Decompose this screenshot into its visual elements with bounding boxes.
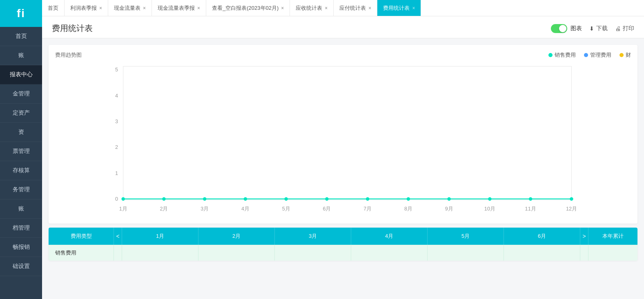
tab-expense-stats[interactable]: 费用统计表 ×: [377, 0, 421, 16]
sidebar-item-capital[interactable]: 资: [0, 123, 42, 142]
tab-cashflow-quarterly[interactable]: 现金流量表季报 ×: [152, 0, 206, 16]
svg-text:12月: 12月: [566, 206, 577, 212]
svg-text:3月: 3月: [201, 206, 209, 212]
sidebar-item-home[interactable]: 首页: [0, 27, 42, 46]
tab-cashflow[interactable]: 现金流量表 ×: [108, 0, 152, 16]
sidebar-item-assets[interactable]: 定资产: [0, 104, 42, 123]
tab-bar: 首页 利润表季报 × 现金流量表 × 现金流量表季报 × 查看_空白报表(202…: [42, 0, 644, 16]
th-nav-prev[interactable]: <: [114, 228, 122, 245]
tab-close-receivable[interactable]: ×: [325, 5, 328, 11]
svg-text:0: 0: [115, 196, 118, 202]
print-icon: 🖨: [615, 25, 621, 32]
th-total: 本年累计: [588, 228, 637, 245]
chart-toggle-wrap: 图表: [551, 24, 582, 33]
svg-text:7月: 7月: [363, 206, 372, 212]
tab-close-profit-quarterly[interactable]: ×: [99, 5, 102, 11]
svg-text:5: 5: [115, 67, 118, 73]
chart-dot-0: [121, 197, 125, 200]
download-button[interactable]: ⬇ 下载: [589, 25, 608, 32]
sidebar-item-invoice[interactable]: 票管理: [0, 142, 42, 161]
td-nav-next-row: [580, 245, 588, 261]
legend-finance: 财: [619, 51, 631, 59]
print-button[interactable]: 🖨 打印: [615, 25, 634, 32]
tab-payable[interactable]: 应付统计表 ×: [334, 0, 377, 16]
svg-text:1: 1: [115, 171, 118, 176]
sidebar-item-finance[interactable]: 金管理: [0, 84, 42, 104]
svg-text:2: 2: [115, 144, 118, 150]
chart-toggle-label: 图表: [570, 25, 582, 32]
legend-dot-admin: [584, 53, 588, 57]
svg-text:6月: 6月: [323, 206, 331, 212]
legend-label-admin: 管理费用: [590, 51, 611, 59]
chart-dot-3: [244, 197, 247, 200]
legend-admin: 管理费用: [584, 51, 611, 59]
th-month-3: 3月: [275, 228, 351, 245]
sidebar-item-inventory[interactable]: 存核算: [0, 161, 42, 180]
td-nav-prev-row: [114, 245, 122, 261]
tab-close-cashflow-quarterly[interactable]: ×: [197, 5, 200, 11]
tab-close-blank-report[interactable]: ×: [281, 5, 284, 11]
legend-sales: 销售费用: [548, 51, 576, 59]
chart-legend: 销售费用 管理费用 财: [548, 51, 631, 59]
svg-text:4月: 4月: [241, 206, 250, 212]
table-section: 费用类型 < 1月 2月 3月 4月 5月 6月 > 本年累计 销售费用: [49, 228, 637, 261]
legend-label-finance: 财: [626, 51, 631, 59]
sidebar-item-affairs[interactable]: 务管理: [0, 180, 42, 199]
chart-dot-4: [284, 197, 287, 200]
chart-container: 费用趋势图 销售费用 管理费用 财: [49, 45, 637, 224]
main-area: 首页 利润表季报 × 现金流量表 × 现金流量表季报 × 查看_空白报表(202…: [42, 0, 644, 299]
td-month-2-sales: [198, 245, 275, 261]
legend-dot-finance: [619, 53, 624, 57]
sidebar-item-reports[interactable]: 报表中心: [0, 65, 42, 84]
chart-dot-9: [488, 197, 491, 200]
page-header: 费用统计表 图表 ⬇ 下载 🖨 打印: [42, 16, 644, 38]
tab-close-cashflow[interactable]: ×: [143, 5, 146, 11]
td-month-5-sales: [428, 245, 504, 261]
svg-text:2月: 2月: [160, 206, 168, 212]
sidebar-logo: fi: [0, 0, 42, 27]
td-month-4-sales: [351, 245, 428, 261]
tab-close-expense-stats[interactable]: ×: [412, 5, 415, 11]
th-nav-next[interactable]: >: [580, 228, 588, 245]
td-month-1-sales: [122, 245, 198, 261]
chart-dot-10: [529, 197, 532, 200]
svg-text:10月: 10月: [484, 206, 495, 212]
sidebar-item-account[interactable]: 账: [0, 46, 42, 65]
td-type-sales: 销售费用: [49, 245, 114, 261]
content-area: 费用统计表 图表 ⬇ 下载 🖨 打印 费用趋势图: [42, 16, 644, 299]
table-header: 费用类型 < 1月 2月 3月 4月 5月 6月 > 本年累计: [49, 228, 637, 245]
svg-text:1月: 1月: [119, 206, 127, 212]
sidebar-item-archive[interactable]: 档管理: [0, 219, 42, 238]
th-month-6: 6月: [504, 228, 580, 245]
table-row-sales: 销售费用: [49, 245, 637, 261]
chart-dot-7: [407, 197, 410, 200]
th-month-4: 4月: [351, 228, 428, 245]
th-month-1: 1月: [122, 228, 198, 245]
tab-home[interactable]: 首页: [42, 0, 65, 16]
svg-text:8月: 8月: [404, 206, 412, 212]
tab-blank-report[interactable]: 查看_空白报表(2023年02月) ×: [206, 0, 290, 16]
svg-text:9月: 9月: [445, 206, 453, 212]
tab-receivable[interactable]: 应收统计表 ×: [290, 0, 334, 16]
chart-svg-wrap: 5 4 3 2 1 0: [55, 62, 631, 217]
chart-title: 费用趋势图: [55, 51, 82, 59]
legend-dot-sales: [548, 53, 553, 57]
chart-dot-11: [570, 197, 573, 200]
page-title: 费用统计表: [52, 23, 93, 34]
download-icon: ⬇: [589, 25, 594, 32]
chart-svg: 5 4 3 2 1 0: [55, 62, 631, 217]
sidebar-item-expense[interactable]: 畅报销: [0, 238, 42, 257]
svg-rect-12: [123, 66, 572, 200]
sidebar-item-ledger[interactable]: 账: [0, 199, 42, 219]
td-month-3-sales: [275, 245, 351, 261]
sidebar-item-settings[interactable]: 础设置: [0, 257, 42, 276]
chart-dot-6: [366, 197, 369, 200]
svg-text:4: 4: [115, 93, 118, 99]
svg-text:11月: 11月: [525, 206, 536, 212]
chart-toggle[interactable]: [551, 24, 567, 33]
chart-dot-1: [162, 197, 165, 200]
tab-close-payable[interactable]: ×: [368, 5, 371, 11]
tab-profit-quarterly[interactable]: 利润表季报 ×: [65, 0, 108, 16]
chart-dot-8: [447, 197, 450, 200]
chart-dot-2: [203, 197, 206, 200]
